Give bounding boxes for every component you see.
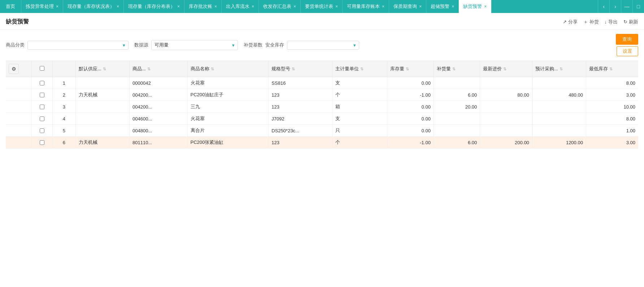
row-latest-price bbox=[480, 113, 532, 125]
th-price[interactable]: 最新进价 ⇅ bbox=[480, 61, 532, 77]
row-latest-price bbox=[480, 125, 532, 137]
tab-demand-close[interactable]: × bbox=[335, 4, 338, 9]
tab-next-btn[interactable]: › bbox=[609, 0, 621, 13]
tab-home-label: 首页 bbox=[6, 3, 15, 10]
row-no: 4 bbox=[52, 113, 75, 125]
th-replenish[interactable]: 补货量 ⇅ bbox=[434, 61, 480, 77]
tab-batch-close[interactable]: × bbox=[214, 4, 217, 9]
table-row: 2 力天机械 004200... PC200油缸庄子 123 个 -1.00 6… bbox=[6, 89, 638, 101]
row-replenish: 6.00 bbox=[434, 89, 480, 101]
filter-actions: 查询 设置 bbox=[616, 34, 638, 56]
datasource-select[interactable]: 可用量 ▾ bbox=[151, 40, 238, 50]
tab-available[interactable]: 可用量库存账本 × bbox=[343, 0, 389, 13]
replenish-icon: ＋ bbox=[583, 19, 588, 25]
tab-batch[interactable]: 库存批次账 × bbox=[184, 0, 222, 13]
th-spec[interactable]: 规格型号 ⇅ bbox=[269, 61, 332, 77]
settings-button[interactable]: 设置 bbox=[617, 46, 638, 56]
row-checkbox[interactable] bbox=[40, 140, 44, 145]
row-checkbox[interactable] bbox=[40, 81, 44, 85]
row-unit: 个 bbox=[332, 89, 387, 101]
row-checkbox[interactable] bbox=[40, 93, 44, 97]
select-all-checkbox[interactable] bbox=[40, 66, 44, 71]
row-replenish bbox=[434, 113, 480, 125]
share-button[interactable]: ↗ 分享 bbox=[563, 19, 578, 25]
tab-available-label: 可用量库存账本 bbox=[347, 3, 380, 10]
tab-stock-dist-close[interactable]: × bbox=[177, 4, 180, 9]
tab-collect-label: 收发存汇总表 bbox=[263, 3, 291, 10]
tab-overstock[interactable]: 超储预警 × bbox=[426, 0, 459, 13]
row-no: 1 bbox=[52, 77, 75, 89]
share-icon: ↗ bbox=[563, 19, 567, 25]
tab-expiry-label: 保质期查询 bbox=[393, 3, 417, 10]
replenish-label: 补货 bbox=[589, 19, 599, 25]
row-code: 004800... bbox=[130, 125, 188, 137]
tab-shortage-close[interactable]: × bbox=[484, 4, 487, 9]
row-unit: 只 bbox=[332, 125, 387, 137]
gear-icon: ⚙ bbox=[12, 66, 16, 72]
query-button[interactable]: 查询 bbox=[616, 34, 638, 45]
tab-shortage[interactable]: 缺货预警 × bbox=[459, 0, 491, 13]
page-header: 缺货预警 ↗ 分享 ＋ 补货 ↓ 导出 ↻ 刷新 bbox=[0, 13, 644, 30]
column-settings-button[interactable]: ⚙ bbox=[9, 64, 19, 74]
share-label: 分享 bbox=[568, 19, 578, 25]
th-plan[interactable]: 预计采购... ⇅ bbox=[532, 61, 586, 77]
tab-stock-dist-label: 现存量（库存分布表） bbox=[128, 3, 175, 10]
row-no: 6 bbox=[52, 137, 75, 149]
row-unit: 箱 bbox=[332, 101, 387, 113]
tab-stock-status-close[interactable]: × bbox=[117, 4, 119, 9]
row-checkbox-cell bbox=[31, 89, 52, 101]
category-filter-group: 商品分类 ▾ bbox=[6, 41, 129, 50]
tab-collect-close[interactable]: × bbox=[293, 4, 296, 9]
row-spec: 123 bbox=[269, 137, 332, 149]
th-name[interactable]: 商品名称 ⇅ bbox=[187, 61, 269, 77]
th-minstock-label: 最低库存 bbox=[589, 66, 608, 72]
th-code-label: 商品... bbox=[132, 66, 146, 72]
tab-available-close[interactable]: × bbox=[382, 4, 384, 9]
tab-expiry[interactable]: 保质期查询 × bbox=[389, 0, 426, 13]
tab-maximize-btn[interactable]: □ bbox=[632, 0, 644, 13]
refresh-button[interactable]: ↻ 刷新 bbox=[623, 19, 638, 25]
row-checkbox-cell bbox=[31, 77, 52, 89]
tab-exception-close[interactable]: × bbox=[56, 4, 58, 9]
replenish-button[interactable]: ＋ 补货 bbox=[583, 19, 599, 25]
tab-prev-btn[interactable]: ‹ bbox=[598, 0, 609, 13]
tab-stock-status[interactable]: 现存量（库存状况表） × bbox=[63, 0, 124, 13]
datasource-chevron-icon: ▾ bbox=[232, 43, 235, 48]
tab-stock-status-label: 现存量（库存状况表） bbox=[68, 3, 114, 10]
tab-expiry-close[interactable]: × bbox=[419, 4, 422, 9]
category-select[interactable]: ▾ bbox=[27, 41, 129, 50]
table-body: 1 0000042 火花塞 SS816 支 0.00 8.00 2 力天机械 0… bbox=[6, 77, 638, 149]
tab-exception[interactable]: 拣货异常处理 × bbox=[21, 0, 63, 13]
th-supplier[interactable]: 默认供应... ⇅ bbox=[75, 61, 129, 77]
row-settings-cell bbox=[6, 125, 31, 137]
tab-stock-dist[interactable]: 现存量（库存分布表） × bbox=[124, 0, 184, 13]
th-minstock[interactable]: 最低库存 ⇅ bbox=[586, 61, 638, 77]
row-supplier: 力天机械 bbox=[75, 89, 129, 101]
tab-minimize-btn[interactable]: — bbox=[621, 0, 632, 13]
replenish-base-select[interactable]: ▾ bbox=[287, 41, 359, 50]
tab-inout-close[interactable]: × bbox=[252, 4, 254, 9]
th-stock[interactable]: 库存量 ⇅ bbox=[387, 61, 434, 77]
supplier-sort-icon: ⇅ bbox=[103, 67, 106, 71]
row-supplier bbox=[75, 125, 129, 137]
row-spec: 123 bbox=[269, 89, 332, 101]
stock-sort-icon: ⇅ bbox=[406, 67, 409, 71]
tab-collect[interactable]: 收发存汇总表 × bbox=[259, 0, 301, 13]
tab-home[interactable]: 首页 bbox=[0, 0, 21, 13]
tab-inout[interactable]: 出入库流水 × bbox=[222, 0, 259, 13]
tab-overstock-close[interactable]: × bbox=[452, 4, 454, 9]
row-replenish: 20.00 bbox=[434, 101, 480, 113]
row-checkbox[interactable] bbox=[40, 116, 44, 121]
row-plan-purchase bbox=[532, 125, 586, 137]
replenish-sort-icon: ⇅ bbox=[452, 67, 456, 71]
row-code: 004200... bbox=[130, 101, 188, 113]
tab-demand[interactable]: 要货单统计表 × bbox=[301, 0, 343, 13]
export-button[interactable]: ↓ 导出 bbox=[605, 19, 618, 25]
th-code[interactable]: 商品... ⇅ bbox=[130, 61, 188, 77]
data-table: ⚙ 默认供应... ⇅ 商品.. bbox=[6, 61, 638, 149]
th-name-label: 商品名称 bbox=[191, 66, 209, 72]
row-name: 离合片 bbox=[187, 125, 269, 137]
row-checkbox[interactable] bbox=[40, 105, 44, 109]
th-unit[interactable]: 主计量单位 ⇅ bbox=[332, 61, 387, 77]
row-checkbox[interactable] bbox=[40, 128, 44, 133]
